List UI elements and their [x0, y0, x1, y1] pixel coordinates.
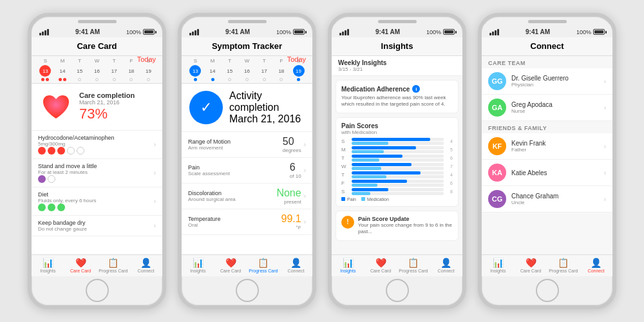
battery-icon	[293, 29, 305, 35]
battery-area: 100%	[576, 29, 605, 35]
tab-bar: 📊 Insights ❤️ Care Card 📋 Progress Card …	[482, 254, 612, 276]
tab-progress-card[interactable]: 📋 Progress Card	[97, 258, 130, 273]
tab-care-card[interactable]: ❤️ Care Card	[515, 258, 547, 273]
pain-update-body: Your pain score change from 9 to 6 in th…	[358, 222, 453, 236]
connect-title: Connect	[531, 41, 564, 51]
contact-guerrero[interactable]: GG Dr. Giselle Guerrero Physician ›	[482, 68, 612, 95]
battery-pct: 100%	[276, 29, 291, 35]
battery-area: 100%	[276, 29, 305, 35]
battery-area: 100%	[426, 29, 455, 35]
weekly-label: Weekly Insights	[338, 59, 456, 66]
tab-progress-card[interactable]: 📋 Progress Card	[247, 258, 280, 273]
cal-day-4[interactable]: T 17	[258, 58, 270, 81]
signal-icon	[39, 29, 49, 35]
tab-connect[interactable]: 👤 Connect	[580, 258, 612, 273]
tab-bar: 📊 Insights ❤️ Care Card 📋 Progress Card …	[32, 254, 162, 276]
insights-header: Insights	[332, 37, 462, 56]
tab-insights[interactable]: 📊 Insights	[32, 258, 64, 273]
symptom-item-0[interactable]: Range of Motion Arm movement 50 degrees …	[182, 132, 312, 158]
contact-name-graham: Chance Graham	[511, 193, 599, 200]
tab-progress-card[interactable]: 📋 Progress Card	[547, 258, 580, 273]
tab-connect[interactable]: 👤 Connect	[279, 258, 312, 273]
signal-icon	[489, 29, 499, 35]
contact-name-frank: Kevin Frank	[511, 140, 599, 147]
pain-bars: S 4 M 5 T 6 W 7	[341, 138, 453, 195]
contact-abeles[interactable]: KA Katie Abeles ›	[482, 160, 612, 186]
contact-role-graham: Uncle	[511, 200, 599, 205]
home-button[interactable]	[536, 279, 559, 302]
tab-connect[interactable]: 👤 Connect	[430, 258, 462, 273]
pain-update-title: Pain Score Update	[358, 216, 453, 222]
care-team-label: CARE TEAM	[482, 56, 612, 68]
signal-icon	[189, 29, 199, 35]
tab-progress-card[interactable]: 📋 Progress Card	[397, 258, 430, 273]
status-bar: 9:41 AM 100%	[482, 24, 612, 37]
time-display: 9:41 AM	[75, 28, 100, 35]
tab-care-card[interactable]: ❤️ Care Card	[214, 258, 247, 273]
status-bar: 9:41 AM 100%	[32, 24, 162, 37]
cal-day-4[interactable]: T 17	[108, 58, 120, 81]
cal-day-3[interactable]: W 16	[91, 58, 102, 81]
care-card-title: Care Card	[77, 41, 117, 51]
status-bar: 9:41 AM 100%	[182, 24, 312, 37]
symptom-hero: ✓ Activity completion March 21, 2016	[182, 84, 312, 132]
home-button[interactable]	[386, 279, 409, 302]
contact-name-guerrero: Dr. Giselle Guerrero	[511, 75, 599, 82]
phone-notch	[78, 20, 117, 23]
phone-notch	[528, 20, 567, 23]
tab-insights[interactable]: 📊 Insights	[182, 258, 214, 273]
symptom-item-1[interactable]: Pain Scale assessment 6 of 10 ›	[182, 158, 312, 184]
symptom-tracker-header: Symptom Tracker Today	[182, 37, 312, 56]
tab-care-card[interactable]: ❤️ Care Card	[64, 258, 97, 273]
care-card-header: Care Card Today	[32, 37, 162, 56]
battery-icon	[143, 29, 155, 35]
care-items-list: Hydrocodone/Acetaminophen 5mg/300mg › St…	[32, 131, 162, 254]
today-button[interactable]: Today	[287, 55, 306, 63]
cal-day-2[interactable]: T 15	[74, 58, 86, 81]
care-hero: Care completion March 21, 2016 73%	[32, 84, 162, 131]
contact-frank[interactable]: KF Kevin Frank Father ›	[482, 133, 612, 160]
medication-adherence-card[interactable]: Medication Adherence i Your Ibuprofen ad…	[336, 80, 459, 113]
battery-icon	[443, 29, 455, 35]
avatar-frank: KF	[488, 137, 506, 155]
contact-graham[interactable]: CG Chance Graham Uncle ›	[482, 186, 612, 213]
contact-name-abeles: Katie Abeles	[511, 169, 599, 176]
home-button[interactable]	[86, 279, 109, 302]
symptom-item-2[interactable]: Discoloration Around surgical area None …	[182, 184, 312, 209]
contact-name-apodaca: Greg Apodaca	[511, 101, 599, 108]
symptom-item-3[interactable]: Temperature Oral 99.1 °F ›	[182, 209, 312, 235]
pain-scores-sub: with Medication	[341, 129, 453, 135]
cal-day-0[interactable]: S 13	[39, 58, 51, 81]
tab-care-card[interactable]: ❤️ Care Card	[365, 258, 397, 273]
pain-update-card[interactable]: ! Pain Score Update Your pain score chan…	[336, 211, 459, 241]
phone-insights: 9:41 AM 100% Insights Weekly Insights 3/…	[328, 13, 466, 309]
battery-pct: 100%	[126, 29, 141, 35]
cal-day-2[interactable]: T 15	[224, 58, 236, 81]
care-item-0[interactable]: Hydrocodone/Acetaminophen 5mg/300mg ›	[32, 131, 162, 159]
pain-update-badge: !	[341, 216, 354, 229]
activity-label: Activity completion	[229, 90, 305, 113]
contact-apodaca[interactable]: GA Greg Apodaca Nurse ›	[482, 95, 612, 121]
cal-day-5[interactable]: F 18	[126, 58, 137, 81]
care-item-1[interactable]: Stand and move a little For at least 2 m…	[32, 159, 162, 187]
today-button[interactable]: Today	[137, 55, 156, 63]
symptom-tracker-title: Symptom Tracker	[212, 41, 282, 51]
tab-connect[interactable]: 👤 Connect	[129, 258, 162, 273]
avatar-graham: CG	[488, 190, 506, 208]
cal-day-1[interactable]: M 14	[207, 58, 218, 81]
home-button[interactable]	[236, 279, 259, 302]
care-item-3[interactable]: Keep bandage dry Do not change gauze ›	[32, 216, 162, 236]
cal-day-5[interactable]: F 18	[276, 58, 287, 81]
avatar-abeles: KA	[488, 164, 506, 182]
battery-pct: 100%	[576, 29, 591, 35]
signal-icon	[339, 29, 349, 35]
contact-role-guerrero: Physician	[511, 82, 599, 88]
phone-notch	[228, 20, 267, 23]
cal-day-0[interactable]: S 13	[189, 58, 201, 81]
tab-insights[interactable]: 📊 Insights	[482, 258, 515, 273]
cal-day-3[interactable]: W 16	[241, 58, 252, 81]
cal-day-1[interactable]: M 14	[57, 58, 68, 81]
tab-insights[interactable]: 📊 Insights	[332, 258, 365, 273]
care-item-2[interactable]: Diet Fluids only, every 6 hours ›	[32, 187, 162, 216]
time-display: 9:41 AM	[375, 28, 400, 35]
